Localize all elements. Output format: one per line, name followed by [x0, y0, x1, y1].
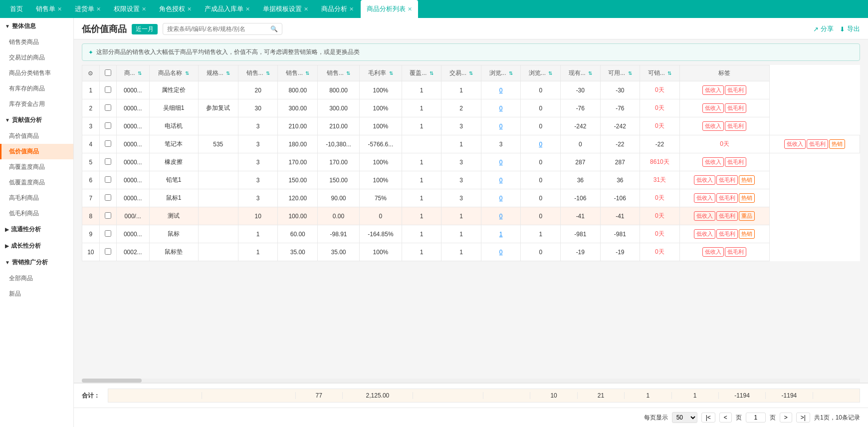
nav-close-template[interactable]: ✕ [304, 6, 308, 12]
sidebar-section-overview[interactable]: ▼ 整体信息 [0, 18, 73, 34]
scrollbar-thumb[interactable] [82, 379, 142, 383]
sidebar-item-new-goods[interactable]: 新品 [0, 286, 73, 302]
row-checkbox[interactable] [105, 194, 111, 201]
cell-available: 287 [600, 153, 640, 171]
browse1-link[interactable]: 1 [499, 231, 503, 238]
row-checkbox[interactable] [105, 212, 111, 219]
col-browse2: 浏览... ⇅ [521, 65, 561, 81]
cell-current-stock: -106 [561, 189, 601, 207]
tag-label: 低收入 [784, 139, 806, 149]
col-checkbox[interactable] [99, 65, 116, 81]
browse1-link[interactable]: 0 [499, 159, 503, 166]
nav-template[interactable]: 单据模板设置 ✕ [257, 0, 314, 18]
nav-permissions[interactable]: 权限设置 ✕ [108, 0, 152, 18]
row-checkbox[interactable] [105, 86, 111, 93]
cell-checkbox[interactable] [99, 207, 116, 225]
page-number-input[interactable] [746, 413, 766, 423]
search-box[interactable]: 🔍 [163, 23, 282, 35]
col-current-stock: 现有... ⇅ [561, 65, 601, 81]
row-checkbox[interactable] [105, 122, 111, 129]
browse1-link[interactable]: 0 [499, 195, 503, 202]
nav-close-goods-analysis[interactable]: ✕ [349, 6, 354, 12]
select-all-checkbox[interactable] [105, 69, 111, 76]
cell-days: 0天 [640, 81, 680, 99]
export-button[interactable]: ⬇ 导出 [840, 24, 860, 33]
sidebar-item-category-sales-rate[interactable]: 商品分类销售率 [0, 65, 73, 81]
cell-current-stock: -41 [561, 207, 601, 225]
cell-name: 属性定价 [149, 81, 198, 99]
sidebar-section-marketing[interactable]: ▼ 营销推广分析 [0, 254, 73, 271]
first-page-button[interactable]: |< [701, 413, 715, 423]
sidebar-item-low-margin[interactable]: 低毛利商品 [0, 206, 73, 221]
nav-close-sales[interactable]: ✕ [57, 6, 62, 12]
cell-checkbox[interactable] [99, 225, 116, 243]
browse1-link[interactable]: 0 [499, 177, 503, 184]
sidebar-item-high-coverage[interactable]: 高覆盖度商品 [0, 159, 73, 175]
nav-close-role-auth[interactable]: ✕ [187, 6, 192, 12]
settings-icon[interactable]: ⚙ [88, 70, 93, 77]
col-sales-amount: 销售... ⇅ [278, 65, 318, 81]
sidebar-item-all-goods[interactable]: 全部商品 [0, 271, 73, 286]
nav-goods-analysis[interactable]: 商品分析 ✕ [315, 0, 360, 18]
nav-warehouse[interactable]: 产成品入库单 ✕ [199, 0, 256, 18]
cell-gross-rate: 100% [359, 171, 402, 189]
cell-checkbox[interactable] [99, 117, 116, 135]
row-checkbox[interactable] [105, 230, 111, 237]
sidebar-item-sales-goods[interactable]: 销售类商品 [0, 34, 73, 50]
tag-label: 低毛利 [725, 157, 746, 167]
cell-checkbox[interactable] [99, 135, 116, 153]
browse1-link[interactable]: 0 [499, 87, 503, 94]
sidebar-item-low-coverage[interactable]: 低覆盖度商品 [0, 175, 73, 190]
main-table: ⚙ 商... ⇅ 商品名称 ⇅ 规格... ⇅ 销售... ⇅ 销售... ⇅ … [82, 65, 860, 261]
nav-close-permissions[interactable]: ✕ [142, 6, 146, 12]
cell-checkbox[interactable] [99, 189, 116, 207]
nav-purchase[interactable]: 进货单 ✕ [69, 0, 107, 18]
horizontal-scrollbar[interactable] [82, 379, 860, 383]
export-icon: ⬇ [840, 25, 845, 33]
browse1-link[interactable]: 0 [499, 123, 503, 130]
prev-page-button[interactable]: < [719, 413, 732, 423]
row-checkbox[interactable] [105, 158, 111, 165]
cell-name: 电话机 [149, 117, 198, 135]
share-button[interactable]: ↗ 分享 [813, 24, 834, 33]
browse1-link[interactable]: 0 [499, 249, 503, 256]
nav-close-goods-list[interactable]: ✕ [408, 6, 412, 12]
cell-days: 31天 [640, 171, 680, 189]
cell-available: -106 [600, 189, 640, 207]
cell-checkbox[interactable] [99, 153, 116, 171]
cell-checkbox[interactable] [99, 81, 116, 99]
browse1-link[interactable]: 0 [539, 141, 542, 148]
table-row: 7 0000... 鼠标1 3 120.00 90.00 75% 1 3 0 0… [82, 189, 860, 207]
row-checkbox[interactable] [105, 176, 111, 183]
sidebar-item-low-value[interactable]: 低价值商品 [0, 144, 73, 159]
browse1-link[interactable]: 0 [499, 213, 503, 220]
sidebar-item-high-value[interactable]: 高价值商品 [0, 128, 73, 144]
row-checkbox[interactable] [105, 104, 111, 111]
last-page-button[interactable]: >| [796, 413, 810, 423]
sidebar-section-growth[interactable]: ▶ 成长性分析 [0, 238, 73, 254]
row-checkbox[interactable] [105, 140, 111, 147]
period-badge[interactable]: 近一月 [132, 24, 158, 34]
nav-goods-list[interactable]: 商品分析列表 ✕ [361, 0, 418, 18]
browse1-link[interactable]: 0 [499, 105, 503, 112]
nav-close-warehouse[interactable]: ✕ [245, 6, 250, 12]
cell-checkbox[interactable] [99, 99, 116, 117]
nav-close-purchase[interactable]: ✕ [96, 6, 101, 12]
cell-checkbox[interactable] [99, 171, 116, 189]
next-page-button[interactable]: > [780, 413, 792, 423]
cell-checkbox[interactable] [99, 243, 116, 261]
row-checkbox[interactable] [105, 248, 111, 255]
search-icon[interactable]: 🔍 [270, 25, 278, 32]
sidebar-item-high-margin[interactable]: 高毛利商品 [0, 190, 73, 206]
sidebar-section-liquidity[interactable]: ▶ 流通性分析 [0, 221, 73, 238]
nav-home[interactable]: 首页 [4, 0, 29, 18]
sidebar-item-stocked-goods[interactable]: 有库存的商品 [0, 81, 73, 96]
col-settings[interactable]: ⚙ [82, 65, 100, 81]
search-input[interactable] [167, 25, 268, 32]
nav-role-auth[interactable]: 角色授权 ✕ [153, 0, 198, 18]
sidebar-item-stock-capital[interactable]: 库存资金占用 [0, 96, 73, 112]
sidebar-section-contribution[interactable]: ▼ 贡献值分析 [0, 112, 73, 128]
nav-sales[interactable]: 销售单 ✕ [30, 0, 68, 18]
per-page-select[interactable]: 50 100 200 [672, 412, 697, 423]
sidebar-item-traded-goods[interactable]: 交易过的商品 [0, 50, 73, 65]
